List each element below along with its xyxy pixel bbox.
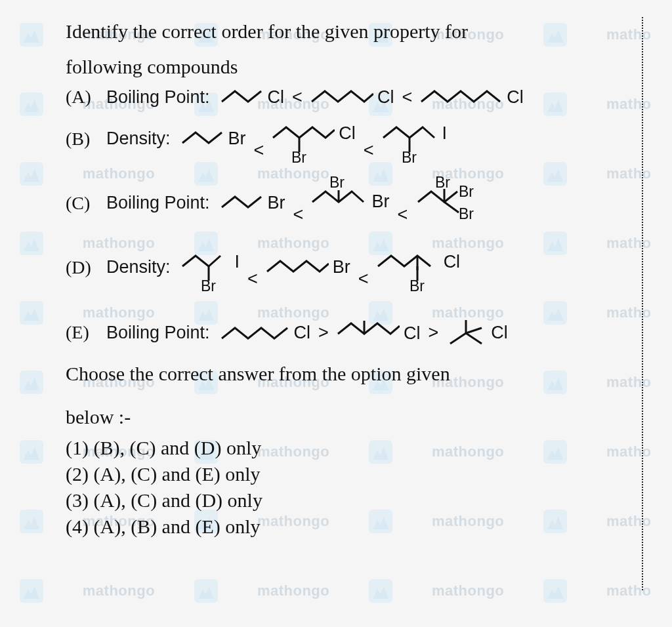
atom-label: Cl (507, 87, 524, 108)
choose-line1: Choose the correct answer from the optio… (66, 358, 635, 390)
molecule-icon: Cl (337, 319, 421, 346)
question-stem-line1: Identify the correct order for the given… (66, 16, 635, 47)
comparison-op: < (357, 252, 370, 289)
atom-label: Br (228, 129, 246, 149)
comparison-op: < (246, 252, 259, 289)
atom-label: Br (201, 277, 216, 293)
option-number: (4) (66, 516, 89, 537)
atom-label: I (442, 123, 448, 144)
statement-c: (C) Boiling Point: Br < Br Br < Br Br Br (66, 176, 635, 236)
svg-line-14 (466, 328, 482, 333)
comparison-op: > (317, 323, 330, 343)
comparison-op: < (362, 123, 375, 161)
vertical-divider (642, 17, 643, 590)
statement-letter: (E) (66, 322, 100, 343)
statement-b: (B) Density: Br < Br Cl < Br I (66, 111, 635, 172)
choose-line2: below :- (66, 401, 635, 433)
question-page: Identify the correct order for the given… (0, 0, 672, 555)
atom-label: Cl (404, 319, 421, 344)
atom-label: Br (329, 176, 345, 191)
molecule-icon: Br I (382, 111, 448, 163)
molecule-icon: Br I (181, 240, 240, 293)
option-number: (1) (66, 437, 89, 458)
atom-label: Br (333, 257, 350, 277)
option-text: (A), (C) and (D) only (93, 489, 262, 511)
option-4[interactable]: (4) (A), (B) and (E) only (66, 516, 635, 538)
statement-letter: (B) (66, 111, 100, 150)
molecule-icon: Cl (220, 323, 311, 343)
option-number: (2) (66, 463, 89, 485)
molecule-icon: Br Br Br (415, 176, 488, 227)
molecule-icon: Br (220, 176, 285, 213)
svg-line-4 (444, 202, 459, 212)
property-label: Density: (106, 111, 171, 149)
atom-label: Br (371, 176, 389, 212)
statement-letter: (A) (66, 87, 100, 108)
option-text: (A), (C) and (E) only (93, 463, 260, 485)
atom-label: Br (459, 183, 474, 200)
atom-label: Br (291, 149, 306, 163)
property-label: Boiling Point: (106, 176, 210, 213)
option-1[interactable]: (1) (B), (C) and (D) only (66, 437, 635, 459)
atom-label: Br (435, 176, 450, 191)
atom-label: Cl (294, 323, 311, 343)
property-label: Density: (106, 240, 171, 277)
molecule-icon: Cl (446, 319, 508, 346)
atom-label: Br (268, 193, 285, 213)
molecule-icon: Br (181, 111, 246, 149)
comparison-op: < (292, 188, 305, 225)
atom-label: I (235, 252, 240, 272)
molecule-icon: Br (266, 240, 350, 277)
atom-label: Br (402, 149, 417, 163)
property-label: Boiling Point: (106, 323, 210, 343)
comparison-op: > (427, 323, 440, 343)
comparison-op: < (291, 87, 304, 108)
atom-label: Cl (339, 123, 356, 144)
molecule-icon: Br Cl (272, 111, 356, 163)
statement-d: (D) Density: Br I < Br < B (66, 240, 635, 300)
option-text: (B), (C) and (D) only (93, 437, 261, 458)
option-3[interactable]: (3) (A), (C) and (D) only (66, 489, 635, 512)
molecule-icon: Cl (310, 87, 394, 108)
comparison-op: < (400, 87, 413, 108)
comparison-op: < (253, 123, 266, 161)
molecule-icon: Cl (420, 87, 524, 108)
statement-letter: (C) (66, 176, 100, 214)
molecule-icon: Br Cl (377, 240, 461, 293)
statement-letter: (D) (66, 240, 100, 278)
property-label: Boiling Point: (106, 87, 210, 108)
atom-label: Cl (444, 252, 461, 272)
statement-a: (A) Boiling Point: Cl < Cl < Cl (66, 87, 635, 108)
option-2[interactable]: (2) (A), (C) and (E) only (66, 463, 635, 485)
option-number: (3) (66, 489, 89, 511)
comparison-op: < (396, 188, 409, 225)
atom-label: Br (459, 205, 474, 222)
molecule-icon: Br Br (311, 176, 389, 215)
atom-label: Br (410, 277, 425, 293)
atom-label: Cl (491, 319, 508, 343)
statement-e: (E) Boiling Point: Cl > Cl > Cl (66, 319, 635, 346)
molecule-icon: Cl (220, 87, 285, 108)
atom-label: Cl (377, 87, 394, 108)
question-stem-line2: following compounds (66, 51, 635, 83)
option-text: (A), (B) and (E) only (93, 516, 260, 537)
atom-label: Cl (268, 87, 285, 108)
